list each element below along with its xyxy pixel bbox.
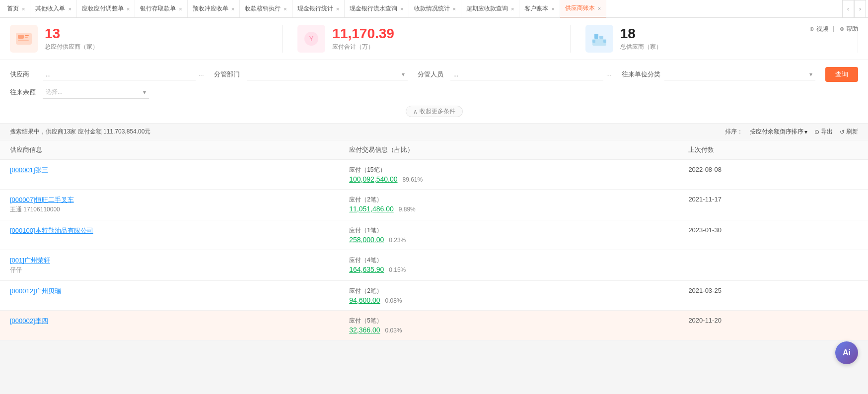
filter-area: 供应商 ··· 分管部门 ▾ 分管人员 ··· 往来单位分类 ▾ 查询 往来 xyxy=(0,60,868,124)
person-filter-input[interactable] xyxy=(450,69,603,80)
tx-amount-5[interactable]: 94,600.00 xyxy=(349,296,380,304)
tx-row-2: 11,051,486.00 9.89% xyxy=(349,204,688,213)
nav-tab-payment-stat-label: 收款情况统计 xyxy=(414,4,450,13)
tx-pct-5: 0.08% xyxy=(385,297,402,304)
tx-row-6: 32,366.00 0.03% xyxy=(349,325,688,334)
table-container: 供应商信息 应付交易信息（占比） 上次付数 [000001]张三 应付（15笔）… xyxy=(0,140,868,340)
nav-tab-home[interactable]: 首页 × xyxy=(2,0,30,18)
sort-select[interactable]: 按应付余额倒序排序 ▾ xyxy=(750,128,807,136)
nav-tab-overdue-label: 超期应收款查询 xyxy=(466,4,508,13)
nav-tab-supplier-book[interactable]: 供应商账本 × xyxy=(560,0,606,18)
tx-pct-4: 0.15% xyxy=(389,266,406,273)
nav-tab-cash-flow[interactable]: 现金银行流水查询 × xyxy=(345,0,409,18)
nav-tab-cash-stat-label: 现金银行统计 xyxy=(297,4,333,13)
person-filter-dots: ··· xyxy=(606,71,612,78)
refresh-button[interactable]: ↺ 刷新 xyxy=(840,128,858,136)
nav-tab-other-income-close[interactable]: × xyxy=(68,6,71,12)
nav-arrow-right[interactable]: › xyxy=(854,0,866,18)
transaction-info-3: 应付（1笔） 258,000.00 0.23% xyxy=(349,226,688,244)
last-pay-2: 2021-11-17 xyxy=(688,196,858,203)
sort-label: 排序： xyxy=(725,128,743,136)
supplier-info-2: [000007]恒旺二手叉车 王通 17106110000 xyxy=(10,196,349,214)
results-bar: 搜索结果中，供应商13家 应付金额 111,703,854.00元 排序： 按应… xyxy=(0,124,868,140)
nav-tab-customer-book-close[interactable]: × xyxy=(551,6,554,12)
tx-row-4: 164,635.90 0.15% xyxy=(349,264,688,273)
search-button[interactable]: 查询 xyxy=(825,67,858,82)
svg-rect-10 xyxy=(592,40,595,43)
nav-tab-payment-stat-close[interactable]: × xyxy=(453,6,456,12)
dept-filter-label: 分管部门 xyxy=(214,70,244,79)
nav-arrow-left[interactable]: ‹ xyxy=(842,0,854,18)
table-row: [000002]李四 应付（5笔） 32,366.00 0.03% 2020-1… xyxy=(0,311,868,340)
nav-arrows: ‹ › xyxy=(842,0,866,18)
dept-filter-select[interactable]: ▾ xyxy=(247,69,408,80)
collapse-label: 收起更多条件 xyxy=(420,107,455,116)
tx-amount-6[interactable]: 32,366.00 xyxy=(349,326,380,334)
supplier-link-5[interactable]: [000012]广州贝瑞 xyxy=(10,287,61,295)
supplier-filter-dots: ··· xyxy=(199,71,204,78)
help-link[interactable]: ⊙ 帮助 xyxy=(840,25,858,33)
nav-tab-payment-verify-close[interactable]: × xyxy=(284,6,287,12)
supplier-filter-input[interactable] xyxy=(43,69,196,80)
tx-pct-3: 0.23% xyxy=(389,237,406,244)
svg-text:¥: ¥ xyxy=(309,35,313,43)
collapse-button[interactable]: ∧ 收起更多条件 xyxy=(406,106,463,117)
tx-amount-2[interactable]: 11,051,486.00 xyxy=(349,205,394,213)
tx-pct-2: 9.89% xyxy=(399,206,416,213)
nav-tab-customer-book-label: 客户账本 xyxy=(524,4,548,13)
supplier-link-1[interactable]: [000001]张三 xyxy=(10,166,48,174)
tx-amount-1[interactable]: 100,092,540.00 xyxy=(349,175,397,183)
category-filter-select[interactable]: ▾ xyxy=(664,69,816,80)
filter-item-supplier: 供应商 ··· xyxy=(10,69,204,80)
supplier-link-2[interactable]: [000007]恒旺二手叉车 xyxy=(10,196,74,203)
export-button[interactable]: ⊙ 导出 xyxy=(814,128,833,136)
nav-tab-overdue-close[interactable]: × xyxy=(511,6,514,12)
nav-tab-payment-stat[interactable]: 收款情况统计 × xyxy=(409,0,461,18)
supplier-link-3[interactable]: [000100]本特勒油品有限公司 xyxy=(10,227,93,234)
nav-tab-bank-label: 银行存取款单 xyxy=(140,4,176,13)
tx-amount-3[interactable]: 258,000.00 xyxy=(349,236,384,244)
balance-filter-select[interactable]: 选择... ▾ xyxy=(43,86,149,99)
nav-tab-customer-book[interactable]: 客户账本 × xyxy=(519,0,560,18)
stat-item-total-ap: ¥ 11,170.39 应付合计（万） xyxy=(283,25,570,53)
top-nav: 首页 × 其他收入单 × 应收应付调整单 × 银行存取款单 × 预收冲应收单 ×… xyxy=(0,0,868,18)
tx-label-3: 应付（1笔） xyxy=(349,226,688,235)
nav-tab-overdue[interactable]: 超期应收款查询 × xyxy=(461,0,519,18)
nav-tab-cash-flow-label: 现金银行流水查询 xyxy=(350,4,397,13)
nav-tab-prepay-close[interactable]: × xyxy=(231,6,234,12)
col-header-supplier: 供应商信息 xyxy=(10,145,349,154)
video-link[interactable]: ⊙ 视频 xyxy=(809,25,828,33)
nav-tab-supplier-book-close[interactable]: × xyxy=(598,5,601,11)
nav-tab-cash-stat[interactable]: 现金银行统计 × xyxy=(292,0,345,18)
table-row: [000100]本特勒油品有限公司 应付（1笔） 258,000.00 0.23… xyxy=(0,220,868,250)
tx-pct-6: 0.03% xyxy=(385,327,402,334)
tx-label-1: 应付（15笔） xyxy=(349,166,688,174)
nav-tab-payment-verify[interactable]: 收款核销执行 × xyxy=(240,0,292,18)
supplier-link-6[interactable]: [000002]李四 xyxy=(10,317,48,325)
nav-tab-bank[interactable]: 银行存取款单 × xyxy=(135,0,187,18)
divider: | xyxy=(833,25,835,33)
person-filter-label: 分管人员 xyxy=(418,70,447,79)
tx-row-5: 94,600.00 0.08% xyxy=(349,295,688,304)
supplier-link-4[interactable]: [001]广州荣轩 xyxy=(10,257,50,264)
svg-rect-4 xyxy=(18,40,29,41)
nav-tab-bank-close[interactable]: × xyxy=(179,6,182,12)
stat-icon-payable xyxy=(10,25,38,53)
tx-label-6: 应付（5笔） xyxy=(349,317,688,325)
nav-tab-ar-ap-close[interactable]: × xyxy=(127,6,130,12)
stat-item-suppliers-payable: 13 总应付供应商（家） xyxy=(10,25,283,53)
nav-tab-cash-stat-close[interactable]: × xyxy=(336,6,339,12)
tx-label-5: 应付（2笔） xyxy=(349,287,688,295)
svg-rect-9 xyxy=(599,36,603,39)
balance-select-value: 选择... xyxy=(46,88,63,96)
filter-row-1: 供应商 ··· 分管部门 ▾ 分管人员 ··· 往来单位分类 ▾ 查询 xyxy=(10,67,858,82)
tx-amount-4[interactable]: 164,635.90 xyxy=(349,265,384,273)
stat-value-ap: 11,170.39 xyxy=(332,26,394,42)
stat-label-total: 总供应商（家） xyxy=(620,43,662,51)
nav-tab-supplier-book-label: 供应商账本 xyxy=(565,4,595,12)
nav-tab-home-close[interactable]: × xyxy=(22,6,25,12)
nav-tab-ar-ap[interactable]: 应收应付调整单 × xyxy=(77,0,135,18)
nav-tab-other-income[interactable]: 其他收入单 × xyxy=(30,0,76,18)
nav-tab-cash-flow-close[interactable]: × xyxy=(400,6,403,12)
nav-tab-prepay[interactable]: 预收冲应收单 × xyxy=(188,0,240,18)
